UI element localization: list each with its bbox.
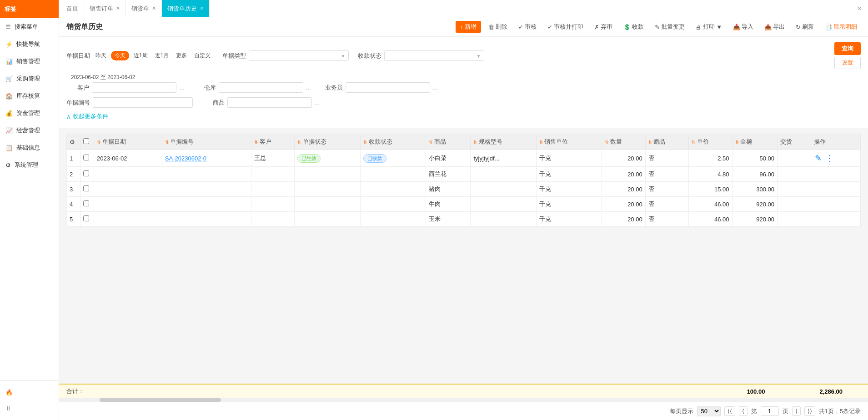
date-shortcut-today[interactable]: 今天 bbox=[111, 51, 129, 60]
goods-ellipsis[interactable]: ... bbox=[315, 99, 320, 106]
cell-unit-price-2: 15.00 bbox=[689, 182, 732, 197]
cell-checkbox-3[interactable] bbox=[80, 197, 94, 212]
audit-print-button[interactable]: ✓ 审核并打印 bbox=[544, 21, 587, 33]
date-shortcut-last30[interactable]: 近1月 bbox=[152, 51, 172, 60]
staff-ellipsis[interactable]: ... bbox=[433, 84, 438, 91]
col-unit-price[interactable]: ⇅ 单价 bbox=[689, 134, 732, 150]
row-checkbox-3[interactable] bbox=[83, 200, 89, 206]
cell-doc-no-4[interactable] bbox=[162, 212, 251, 227]
customer-input[interactable] bbox=[92, 82, 176, 93]
doc-type-select[interactable] bbox=[249, 50, 349, 61]
staff-input[interactable] bbox=[346, 82, 430, 93]
query-button[interactable]: 查询 bbox=[834, 42, 861, 55]
cell-checkbox-4[interactable] bbox=[80, 212, 94, 227]
cell-goods-4: 玉米 bbox=[426, 212, 471, 227]
cell-ops-1 bbox=[811, 167, 861, 182]
cell-checkbox-2[interactable] bbox=[80, 182, 94, 197]
date-shortcut-more[interactable]: 更多 bbox=[173, 51, 190, 60]
add-button[interactable]: + 新增 bbox=[456, 21, 482, 33]
sidebar-item-sales[interactable]: 📊 销售管理 bbox=[0, 53, 59, 70]
col-checkbox[interactable] bbox=[80, 134, 94, 150]
export-button[interactable]: 📤 导出 bbox=[761, 21, 788, 33]
tab-close-sales-history[interactable]: ✕ bbox=[200, 5, 204, 11]
sidebar-item-purchase[interactable]: 🛒 采购管理 bbox=[0, 70, 59, 87]
row-checkbox-0[interactable] bbox=[83, 155, 89, 160]
cell-checkbox-1[interactable] bbox=[80, 167, 94, 182]
cell-doc-no-2[interactable] bbox=[162, 182, 251, 197]
page-last-btn[interactable]: ⟩⟩ bbox=[804, 406, 815, 416]
cell-spec-type-3 bbox=[471, 197, 536, 212]
col-gift[interactable]: ⇅ 赠品 bbox=[645, 134, 688, 150]
goods-input[interactable] bbox=[227, 97, 312, 108]
table-footer: 合计： 100.00 2,286.00 bbox=[59, 384, 868, 398]
page-size-select[interactable]: 50 10 20 100 bbox=[697, 406, 721, 416]
page-first-btn[interactable]: ⟨⟨ bbox=[724, 406, 735, 416]
delete-button[interactable]: 🗑 删除 bbox=[485, 21, 511, 33]
select-all-checkbox[interactable] bbox=[83, 138, 89, 144]
cell-spec-type-0: tyjyjtyjdf... bbox=[471, 150, 536, 167]
tab-close-sales-delivery[interactable]: ✕ bbox=[152, 5, 156, 11]
abandon-button[interactable]: ✗ 弃审 bbox=[591, 21, 616, 33]
refresh-button[interactable]: ↻ 刷新 bbox=[792, 21, 818, 33]
warehouse-input[interactable] bbox=[219, 82, 303, 93]
sidebar-item-finance[interactable]: 💰 资金管理 bbox=[0, 105, 59, 122]
tab-sales-history[interactable]: 销货单历史 ✕ bbox=[162, 0, 210, 17]
tab-home[interactable]: 首页 bbox=[61, 0, 84, 17]
col-collect-status[interactable]: ⇅ 收款状态 bbox=[360, 134, 426, 150]
sidebar-item-inventory[interactable]: 🏠 库存核算 bbox=[0, 87, 59, 105]
cell-doc-no-0[interactable]: SA-20230602-0 bbox=[162, 150, 251, 167]
tab-sales-delivery[interactable]: 销货单 ✕ bbox=[126, 0, 162, 17]
sidebar-item-quicknav[interactable]: ⚡ 快捷导航 bbox=[0, 35, 59, 53]
row-more-btn-0[interactable]: ⋮ bbox=[824, 153, 834, 163]
collect-status-select[interactable] bbox=[384, 50, 484, 61]
col-amount[interactable]: ⇅ 金额 bbox=[732, 134, 777, 150]
cell-checkbox-0[interactable] bbox=[80, 150, 94, 167]
cell-doc-no-1[interactable] bbox=[162, 167, 251, 182]
col-qty[interactable]: ⇅ 数量 bbox=[602, 134, 645, 150]
tab-close-all[interactable]: ✕ bbox=[853, 5, 866, 12]
sidebar-item-search[interactable]: ☰ 搜索菜单 bbox=[0, 18, 59, 35]
page-prev-btn[interactable]: ⟨ bbox=[739, 406, 748, 416]
col-doc-date[interactable]: ⇅ 单据日期 bbox=[94, 134, 162, 150]
horizontal-scrollbar[interactable] bbox=[59, 398, 868, 402]
sidebar-item-basicinfo[interactable]: 📋 基础信息 bbox=[0, 139, 59, 156]
tab-close-sales-order[interactable]: ✕ bbox=[116, 5, 120, 11]
settings-button[interactable]: 设置 bbox=[834, 57, 861, 69]
row-edit-btn-0[interactable]: ✎ bbox=[814, 153, 823, 163]
col-customer[interactable]: ⇅ 客户 bbox=[251, 134, 295, 150]
filter-collect-status: 收款状态 bbox=[358, 50, 484, 61]
collapse-btn[interactable]: ∧ 收起更多条件 bbox=[66, 112, 861, 120]
warehouse-ellipsis[interactable]: ... bbox=[306, 84, 311, 91]
import-button[interactable]: 📥 导入 bbox=[729, 21, 757, 33]
row-checkbox-2[interactable] bbox=[83, 185, 89, 191]
tab-sales-order[interactable]: 销售订单 ✕ bbox=[84, 0, 126, 17]
row-checkbox-4[interactable] bbox=[83, 215, 89, 221]
cell-customer-3 bbox=[251, 197, 295, 212]
batch-change-button[interactable]: ✎ 批量变更 bbox=[651, 21, 688, 33]
audit-button[interactable]: ✓ 审核 bbox=[515, 21, 540, 33]
col-spec-type[interactable]: ⇅ 规格型号 bbox=[471, 134, 536, 150]
sidebar-bottom-item1[interactable]: 🔥 bbox=[0, 385, 59, 400]
col-doc-no[interactable]: ⇅ 单据编号 bbox=[162, 134, 251, 150]
customer-ellipsis[interactable]: ... bbox=[179, 84, 184, 91]
row-checkbox-1[interactable] bbox=[83, 170, 89, 176]
col-goods[interactable]: ⇅ 商品 bbox=[426, 134, 471, 150]
show-detail-button[interactable]: 📑 显示明细 bbox=[821, 21, 861, 33]
col-sales-unit[interactable]: ⇅ 销售单位 bbox=[536, 134, 602, 150]
page-input[interactable] bbox=[761, 406, 779, 416]
collect-button[interactable]: 💲 收款 bbox=[620, 21, 647, 33]
sidebar-item-operations[interactable]: 📈 经营管理 bbox=[0, 122, 59, 139]
cell-qty-0: 20.00 bbox=[602, 150, 645, 167]
page-next-btn[interactable]: ⟩ bbox=[792, 406, 801, 416]
scrollbar-thumb[interactable] bbox=[100, 398, 221, 402]
date-shortcut-custom[interactable]: 自定义 bbox=[191, 51, 213, 60]
col-doc-status[interactable]: ⇅ 单据状态 bbox=[295, 134, 360, 150]
sidebar-bottom-item2[interactable]: ⏸ bbox=[0, 400, 59, 416]
cell-doc-no-3[interactable] bbox=[162, 197, 251, 212]
date-shortcut-yesterday[interactable]: 昨天 bbox=[93, 51, 109, 60]
col-settings[interactable]: ⚙ bbox=[67, 134, 80, 150]
print-button[interactable]: 🖨 打印 ▼ bbox=[692, 21, 726, 33]
sidebar-item-system[interactable]: ⚙ 系统管理 bbox=[0, 156, 59, 174]
doc-no-input[interactable] bbox=[93, 97, 193, 108]
date-shortcut-last7[interactable]: 近1周 bbox=[131, 51, 151, 60]
